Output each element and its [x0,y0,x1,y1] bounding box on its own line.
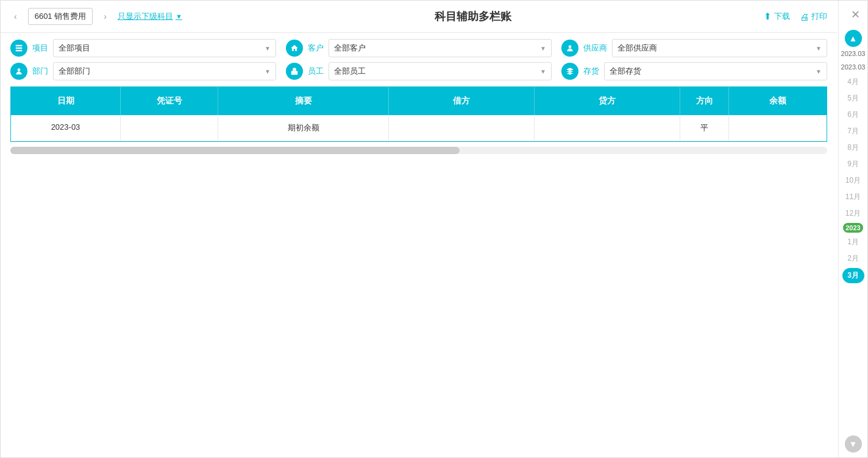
project-label: 项目 [32,43,48,54]
department-label: 部门 [32,66,48,77]
account-tag: 6601 销售费用 [28,8,93,25]
month-item-11[interactable]: 11月 [844,189,862,205]
month-item-7[interactable]: 7月 [846,123,860,139]
customer-select[interactable]: 全部客户 ▼ [329,39,552,57]
scrollbar-thumb [10,147,460,154]
cell-voucher [121,115,218,141]
customer-arrow-icon: ▼ [540,45,546,52]
filter-customer: 客户 全部客户 ▼ [286,39,552,57]
cell-direction: 平 [680,115,729,141]
department-select[interactable]: 全部部门 ▼ [53,62,276,80]
page-title: 科目辅助多栏账 [190,9,756,24]
col-date: 日期 [11,87,121,115]
col-debit: 借方 [389,87,535,115]
col-summary: 摘要 [218,87,389,115]
month-item-9[interactable]: 9月 [846,156,860,172]
next-account-button[interactable]: › [100,10,110,23]
department-value: 全部部门 [59,66,90,77]
employee-select[interactable]: 全部员工 ▼ [329,62,552,80]
year-badge-2023[interactable]: 2023 [843,223,863,233]
inventory-icon [561,63,578,80]
table-row: 2023-03 期初余额 平 [11,115,827,141]
project-value: 全部项目 [59,43,90,54]
main-table: 日期 凭证号 摘要 借方 贷方 方向 余额 2023-03 期初余额 平 [10,86,827,142]
employee-arrow-icon: ▼ [540,68,546,75]
download-button[interactable]: ⬆ 下载 [764,11,790,22]
col-balance: 余额 [729,87,827,115]
cell-balance [729,115,827,141]
customer-icon [286,40,303,57]
cell-credit [535,115,680,141]
account-code: 6601 [35,12,52,21]
filter-department: 部门 全部部门 ▼ [10,62,276,80]
employee-label: 员工 [308,66,324,77]
employee-icon [286,63,303,80]
supplier-icon [561,40,578,57]
month-item-10[interactable]: 10月 [844,172,862,189]
sidebar-up-button[interactable]: ▲ [845,30,862,47]
inventory-label: 存货 [583,66,599,77]
col-direction: 方向 [680,87,729,115]
table-header: 日期 凭证号 摘要 借方 贷方 方向 余额 [11,87,827,115]
customer-value: 全部客户 [334,43,366,54]
svg-rect-1 [16,48,23,49]
supplier-arrow-icon: ▼ [816,45,822,52]
svg-point-3 [569,45,572,48]
supplier-label: 供应商 [583,43,607,54]
svg-rect-2 [16,50,23,51]
filters-section: 项目 全部项目 ▼ 客户 全部客户 ▼ [1,33,837,86]
employee-value: 全部员工 [334,66,366,77]
show-sub-label: 只显示下级科目 [118,11,173,22]
col-voucher: 凭证号 [121,87,218,115]
supplier-value: 全部供应商 [617,43,657,54]
month-item-8[interactable]: 8月 [846,139,860,156]
svg-rect-5 [291,71,298,74]
print-icon: 🖨 [800,12,809,22]
download-label: 下载 [774,11,790,22]
col-credit: 贷方 [535,87,680,115]
filter-project: 项目 全部项目 ▼ [10,39,276,57]
print-label: 打印 [811,11,827,22]
download-icon: ⬆ [764,11,772,22]
project-select[interactable]: 全部项目 ▼ [53,39,276,57]
print-button[interactable]: 🖨 打印 [800,11,827,22]
department-icon [10,63,27,80]
cell-date: 2023-03 [11,115,121,141]
filter-employee: 员工 全部员工 ▼ [286,62,552,80]
cell-summary: 期初余额 [218,115,389,141]
period-item-2023-03-2[interactable]: 2023.03 [839,60,867,74]
close-button[interactable]: ✕ [851,8,860,21]
account-name: 销售费用 [54,12,86,21]
month-item-4[interactable]: 4月 [846,74,860,90]
month-item-12[interactable]: 12月 [844,205,862,222]
show-sub-toggle[interactable]: 只显示下级科目 ▼ [118,11,182,22]
project-icon [10,40,27,57]
month-item-2[interactable]: 2月 [846,250,860,267]
inventory-value: 全部存货 [610,66,641,77]
period-sidebar: ▲ 2023.03 2023.03 4月 5月 6月 7月 8月 9月 10月 … [838,1,867,457]
supplier-select[interactable]: 全部供应商 ▼ [612,39,827,57]
sidebar-down-button[interactable]: ▼ [845,435,862,453]
month-item-1[interactable]: 1月 [846,234,860,250]
cell-debit [389,115,535,141]
svg-rect-0 [16,45,23,46]
filter-supplier: 供应商 全部供应商 ▼ [561,39,827,57]
filter-inventory: 存货 全部存货 ▼ [561,62,827,80]
chevron-down-icon: ▼ [176,13,182,20]
header-actions: ⬆ 下载 🖨 打印 [764,11,827,22]
horizontal-scrollbar[interactable] [10,147,827,154]
customer-label: 客户 [308,43,324,54]
period-item-2023-03-1[interactable]: 2023.03 [839,47,867,60]
project-arrow-icon: ▼ [265,45,271,52]
department-arrow-icon: ▼ [265,68,271,75]
inventory-arrow-icon: ▼ [816,68,822,75]
svg-point-4 [18,68,21,71]
inventory-select[interactable]: 全部存货 ▼ [604,62,827,80]
month-item-3-active[interactable]: 3月 [842,268,864,283]
table-body: 2023-03 期初余额 平 [11,115,827,141]
month-item-5[interactable]: 5月 [846,90,860,107]
prev-account-button[interactable]: ‹ [10,10,21,23]
month-item-6[interactable]: 6月 [846,107,860,123]
header: ‹ 6601 销售费用 › 只显示下级科目 ▼ 科目辅助多栏账 ⬆ 下载 🖨 打… [1,1,837,33]
